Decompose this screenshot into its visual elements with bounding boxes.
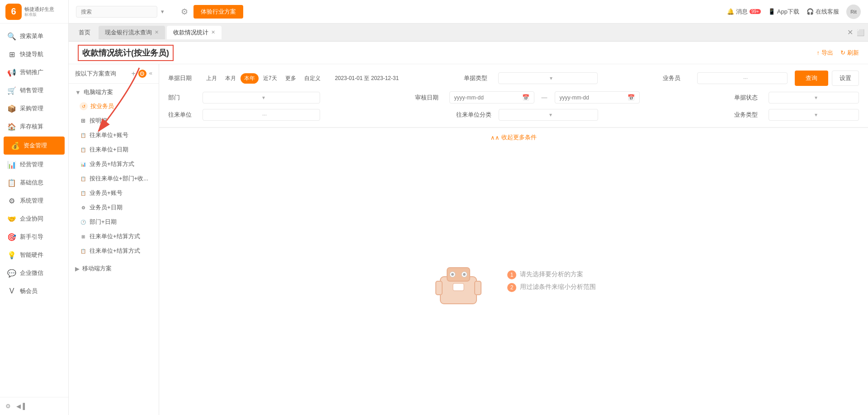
trial-button[interactable]: 体验行业方案 [193,5,243,19]
counterparty-ellipsis[interactable]: ··· [262,112,315,118]
tree-group-mobile: ▶ 移动端方案 [69,260,159,277]
settings-button[interactable]: 设置 [832,71,859,86]
review-date-from-input[interactable] [454,94,522,101]
counterparty-settlement1-icon: ⊞ [80,233,87,240]
salesperson-select[interactable]: ··· [697,72,788,84]
date-tab-last-month[interactable]: 上月 [203,73,221,84]
sidebar-item-search[interactable]: 🔍 搜索菜单 [0,27,68,45]
record-status-select[interactable]: ▾ [769,92,859,104]
page-header: 收款情况统计(按业务员) ↑ 导出 ↻ 刷新 [69,42,868,64]
record-status-label: 单据状态 [734,94,761,102]
record-type-select[interactable]: ▾ [498,72,598,84]
business-type-chevron-icon: ▾ [815,112,854,118]
scheme-settings-icon[interactable]: ⚙ [138,70,146,78]
sidebar-item-inventory[interactable]: 🏠 库存核算 [0,118,68,136]
dept-select[interactable]: ▾ [203,92,320,104]
tree-item-dept-date[interactable]: 🕐 部门+日期 [69,215,159,229]
message-badge: 99+ [750,9,761,14]
sidebar-item-member[interactable]: V 畅会员 [0,282,68,300]
topbar-dropdown-icon[interactable]: ▾ [161,8,164,15]
tree-item-by-salesperson[interactable]: ↺ 按业务员 [69,99,159,113]
collapse-bar[interactable]: ∧∧ 收起更多条件 [159,127,868,147]
settings-bottom-icon[interactable]: ⚙ [5,403,11,410]
tab-close-payment-stats[interactable]: ✕ [211,29,215,35]
beginner-icon: 🎯 [7,232,16,241]
tree-item-counterparty-settlement1[interactable]: ⊞ 往来单位+结算方式 [69,229,159,244]
sidebar-nav: 🔍 搜索菜单 ⊞ 快捷导航 📢 营销推广 🛒 销售管理 📦 采购管理 🏠 库存核… [0,24,68,397]
sidebar-item-hardware[interactable]: 💡 智能硬件 [0,246,68,264]
tree-item-salesperson-date[interactable]: ⚙ 业务员+日期 [69,200,159,215]
tree-group-desktop-title[interactable]: ▼ 电脑端方案 [69,85,159,99]
online-service-button[interactable]: 🎧 在线客服 [807,8,839,16]
status-chevron-icon: ▾ [815,94,854,101]
sidebar-item-finance[interactable]: 💰 资金管理 [4,137,65,155]
app-download-button[interactable]: 📱 App下载 [768,8,799,16]
sidebar-item-beginner[interactable]: 🎯 新手引导 [0,228,68,246]
sidebar-item-sales[interactable]: 🛒 销售管理 [0,81,68,99]
empty-illustration [431,254,486,308]
sidebar-item-quick-nav[interactable]: ⊞ 快捷导航 [0,45,68,63]
review-date-to-input[interactable] [560,94,627,101]
tree-group-mobile-title[interactable]: ▶ 移动端方案 [69,262,159,275]
refresh-button[interactable]: ↻ 刷新 [840,49,859,57]
svg-rect-7 [436,281,442,295]
collapse-panel-icon[interactable]: « [149,70,152,78]
date-tab-more[interactable]: 更多 [282,73,300,84]
add-scheme-icon[interactable]: + [131,70,135,78]
business-type-select[interactable]: ▾ [769,109,859,121]
tree-item-by-detail[interactable]: ⊞ 按明细 [69,113,159,128]
empty-tips: 1 请先选择要分析的方案 2 用过滤条件来缩小分析范围 [507,270,596,292]
sidebar-item-enterprise[interactable]: 🤝 企业协同 [0,210,68,228]
filter-actions: 查询 设置 [795,71,859,86]
collapse-sidebar-icon[interactable]: ◀▐ [16,403,25,410]
salesperson-ellipsis[interactable]: ··· [743,75,783,81]
topbar-search-input[interactable] [76,6,157,18]
date-tab-this-month[interactable]: 本月 [222,73,240,84]
tree-item-counterparty-settlement2[interactable]: 📋 往来单位+结算方式 [69,244,159,258]
counterparty-select[interactable]: ··· [203,109,320,121]
bell-icon: 🔔 [727,8,734,15]
sidebar-item-marketing[interactable]: 📢 营销推广 [0,63,68,81]
sidebar-item-purchase[interactable]: 📦 采购管理 [0,99,68,118]
tab-home[interactable]: 首页 [72,26,97,39]
date-tab-this-year[interactable]: 本年 [241,73,259,84]
close-window-icon[interactable]: ✕ [847,28,853,37]
sidebar-item-basic-info[interactable]: 📋 基础信息 [0,174,68,192]
review-date-from[interactable]: 📅 [449,91,534,104]
topbar: ▾ ⚙ 体验行业方案 🔔 消息 99+ 📱 App下载 🎧 在线客服 Rit [69,0,868,24]
tab-bank-flow[interactable]: 现金银行流水查询 ✕ [99,26,165,39]
export-icon: ↑ [817,49,820,56]
topbar-search-area: ▾ [76,6,175,18]
content-area: 按以下方案查询 + ⚙ « ▼ 电脑端方案 ↺ 按业务员 ⊞ [69,64,868,415]
tab-payment-stats[interactable]: 收款情况统计 ✕ [167,26,222,39]
maximize-window-icon[interactable]: ⬜ [857,29,864,36]
right-panel: 单据日期 上月 本月 本年 近7天 更多 自定义 2023-01-01 至 20… [159,64,868,415]
purchase-icon: 📦 [7,104,16,113]
date-tab-custom[interactable]: 自定义 [301,73,324,84]
counterparty-category-select[interactable]: ▾ [499,109,598,121]
tree-item-by-counterparty-dept[interactable]: 📋 按往来单位+部门+收... [69,171,159,186]
refresh-icon: ↻ [840,49,845,56]
topbar-actions: 🔔 消息 99+ 📱 App下载 🎧 在线客服 Rit [727,5,861,19]
review-date-to[interactable]: 📅 [555,91,640,104]
collapse-icon: ∧∧ [491,134,500,141]
export-button[interactable]: ↑ 导出 [817,49,834,57]
counterparty-dept-icon: 📋 [80,175,87,182]
date-tab-7days[interactable]: 近7天 [259,73,281,84]
tree-item-counterparty-account[interactable]: 📋 往来单位+账号 [69,128,159,142]
sidebar-item-system[interactable]: ⚙ 系统管理 [0,192,68,210]
user-avatar[interactable]: Rit [846,5,861,19]
messages-button[interactable]: 🔔 消息 99+ [727,8,761,16]
search-icon: 🔍 [7,32,16,41]
tab-close-bank-flow[interactable]: ✕ [155,29,159,35]
logo-text: 畅捷通好生意 标准版 [24,6,54,18]
tree-item-salesperson-settlement[interactable]: 📊 业务员+结算方式 [69,157,159,171]
query-button[interactable]: 查询 [795,71,828,86]
topbar-settings-icon[interactable]: ⚙ [181,7,188,17]
tree-item-salesperson-account[interactable]: 📋 业务员+账号 [69,186,159,200]
sidebar-item-operation[interactable]: 📊 经营管理 [0,156,68,174]
sidebar-item-wechat[interactable]: 💬 企业微信 [0,264,68,282]
filter-row-3: 往来单位 ··· 往来单位分类 ▾ 业务类型 ▾ [168,109,859,121]
tree-item-counterparty-date[interactable]: 📋 往来单位+日期 [69,142,159,157]
basic-info-icon: 📋 [7,178,16,187]
